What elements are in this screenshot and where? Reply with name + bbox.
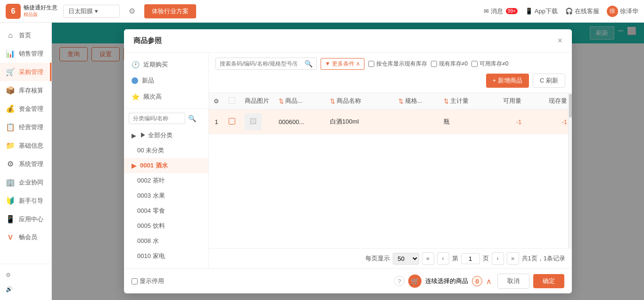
th-settings[interactable]: ⚙ [209,93,224,109]
modal-close-btn[interactable]: × [557,36,562,46]
modal-overlay: 商品参照 × 🕐 近期购买 新 [52,23,644,300]
per-page-select[interactable]: 50 100 200 [393,253,419,265]
cat-item-0005[interactable]: 0005 饮料 [124,218,208,233]
phone-icon: 📱 [525,8,533,15]
home-icon: ⌂ [6,31,15,40]
sidebar-item-home[interactable]: ⌂ 首页 [0,26,51,44]
sidebar-item-system[interactable]: ⚙ 系统管理 [0,155,51,173]
cat-item-0008[interactable]: 0008 水 [124,233,208,249]
page-first-btn[interactable]: « [422,252,434,265]
online-service-item[interactable]: 🎧 在线客服 [565,7,599,16]
table-row[interactable]: 1 🖼 [209,109,572,134]
sidebar-bottom: ⚙ 🔊 [0,264,51,300]
filter-icon: ▼ [325,60,330,67]
product-search-btn[interactable]: 🔍 [301,58,316,69]
row-unit: 瓶 [439,109,480,134]
scrollbar-thumb [569,94,572,117]
app-center-icon: 📱 [6,215,15,224]
row-image: 🖼 [240,109,274,134]
settings-icon[interactable]: ⚙ [125,5,139,18]
check-nonzero[interactable]: 现有库存≠0 [431,60,468,68]
top-nav: 6 畅捷通好生意 精品版 日太阳膜 ▾ ⚙ 体验行业方案 ✉ 消息 99+ 📱 … [0,0,644,23]
sidebar-item-basic-info[interactable]: 📁 基础信息 [0,136,51,155]
row-num: 1 [209,109,224,134]
row-name: 白酒100ml [325,109,394,134]
th-checkbox[interactable] [224,93,240,109]
product-table: ⚙ 商品图片 [209,93,572,134]
enterprise-icon: 🏢 [6,178,15,187]
th-name[interactable]: ⇅ 商品名称 [325,93,394,109]
more-filter-btn[interactable]: ▼ 更多条件 ∧ [321,58,364,70]
sidebar-item-member[interactable]: V 畅会员 [0,228,51,246]
category-search-icon[interactable]: 🔍 [188,115,196,122]
th-unit[interactable]: ⇅ 主计量 [439,93,480,109]
user-item[interactable]: 徐 徐泽华 [607,6,638,17]
footer-center: ? 🛒 连续选择的商品 0 ∧ [394,275,492,288]
left-nav-frequent[interactable]: ⭐ 频次高 [124,89,208,105]
page-next-btn[interactable]: › [492,252,504,265]
cat-item-0010[interactable]: 0010 家电 [124,249,208,264]
gear-icon: ⚙ [6,272,11,278]
category-list: ▶ ▶ 全部分类 00 未分类 ▶ 0001 酒水 0002 [124,128,208,268]
refresh-product-btn[interactable]: C 刷新 [533,74,565,88]
new-icon [132,77,138,84]
experience-btn[interactable]: 体验行业方案 [144,4,196,18]
sidebar-item-sales[interactable]: 📊 销售管理 [0,44,51,63]
th-code[interactable]: ⇅ 商品... [274,93,325,109]
org-dropdown[interactable]: 日太阳膜 ▾ [63,5,120,18]
cat-item-0002[interactable]: 0002 茶叶 [124,173,208,188]
cat-item-0004[interactable]: 0004 零食 [124,203,208,218]
check-available-nonzero[interactable]: 可用库存≠0 [471,60,508,68]
help-icon[interactable]: ? [394,276,405,286]
row-checkbox[interactable] [224,109,240,134]
sidebar-item-app-center[interactable]: 📱 应用中心 [0,210,51,228]
left-nav-new[interactable]: 新品 [124,73,208,89]
check-warehouse-input[interactable] [368,61,374,67]
modal-dialog: 商品参照 × 🕐 近期购买 新 [124,29,572,293]
sidebar-item-operations[interactable]: 📋 经营管理 [0,118,51,136]
cart-btn[interactable]: 🛒 [408,275,421,288]
product-image: 🖼 [245,113,262,130]
modal-body: 🕐 近期购买 新品 ⭐ 频次高 [124,53,572,268]
page-last-btn[interactable]: » [507,252,519,265]
vertical-scrollbar[interactable] [568,93,572,248]
page-prev-btn[interactable]: ‹ [437,252,449,265]
confirm-btn[interactable]: 确定 [533,274,564,288]
sidebar-item-finance[interactable]: 💰 资金管理 [0,100,51,118]
product-search-input[interactable] [216,58,301,69]
left-nav-recent[interactable]: 🕐 近期购买 [124,57,208,73]
messages-nav-item[interactable]: ✉ 消息 99+ [484,7,518,16]
check-nonzero-input[interactable] [431,61,437,67]
add-product-btn[interactable]: + 新增商品 [486,74,529,88]
right-panel: 🔍 ▼ 更多条件 ∧ 按仓库显示现有库存 [209,53,572,268]
sidebar-item-enterprise[interactable]: 🏢 企业协同 [0,173,51,192]
sort-unit-icon: ⇅ [444,98,449,105]
cancel-btn[interactable]: 取消 [497,274,529,289]
product-search-box: 🔍 [215,58,317,70]
sidebar-item-guide[interactable]: 🔰 新手引导 [0,192,51,210]
sidebar-item-purchase[interactable]: 🛒 采购管理 [0,63,51,81]
chevron-down-icon: ▾ [95,8,98,15]
cat-item-0001[interactable]: ▶ 0001 酒水 [124,158,208,173]
cart-expand-btn[interactable]: ∧ [486,277,492,286]
check-warehouse[interactable]: 按仓库显示现有库存 [368,60,427,68]
select-all-checkbox[interactable] [229,97,235,104]
row-spec [394,109,439,134]
app-download-item[interactable]: 📱 App下载 [525,7,558,16]
sidebar-sound[interactable]: 🔊 [0,282,51,296]
th-spec[interactable]: ⇅ 规格... [394,93,439,109]
cat-item-0003[interactable]: 0003 水果 [124,188,208,203]
modal-footer: 显示停用 ? 🛒 连续选择的商品 0 ∧ 取消 确定 [124,268,572,293]
recent-icon: 🕐 [132,61,140,68]
show-disabled-input[interactable] [132,278,138,284]
page-number-input[interactable] [461,253,480,264]
cat-item-00[interactable]: 00 未分类 [124,143,208,158]
check-available-nonzero-input[interactable] [471,61,478,67]
show-disabled-check[interactable]: 显示停用 [132,277,164,285]
category-search-input[interactable] [129,113,185,124]
sidebar-settings[interactable]: ⚙ [0,268,51,282]
image-icon: 🖼 [249,117,257,126]
sidebar-item-inventory[interactable]: 📦 库存核算 [0,81,51,100]
purchase-icon: 🛒 [6,67,15,76]
cat-item-all[interactable]: ▶ ▶ 全部分类 [124,128,208,143]
